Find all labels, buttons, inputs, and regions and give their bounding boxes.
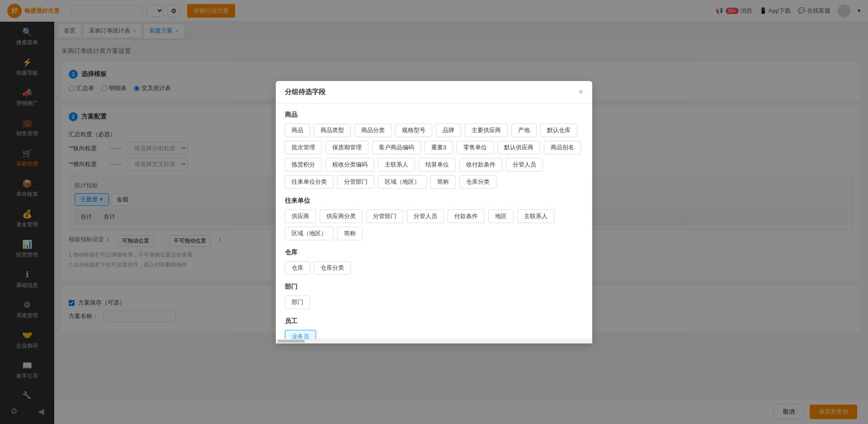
chip-product[interactable]: 商品: [285, 124, 310, 137]
chip-region[interactable]: 区域（地区）: [378, 175, 427, 189]
modal-title: 分组待选字段: [285, 88, 326, 96]
chip-product-category[interactable]: 商品分类: [354, 124, 392, 137]
chip-tax-code[interactable]: 税收分类编码: [326, 158, 374, 172]
chip-dept[interactable]: 分管部门: [366, 210, 403, 223]
chip-pick-points[interactable]: 拣货积分: [285, 158, 322, 172]
chip-product-alias[interactable]: 商品别名: [544, 141, 581, 154]
section-title-product: 商品: [285, 111, 583, 119]
chip-default-warehouse[interactable]: 默认仓库: [540, 124, 577, 137]
modal-section-staff: 员工 业务员: [285, 317, 583, 339]
chip-manage-dept[interactable]: 分管部门: [337, 175, 374, 189]
section-title-counterpart: 往来单位: [285, 197, 583, 205]
chip-warehouse-category[interactable]: 仓库分类: [459, 175, 496, 189]
modal-overlay: 分组待选字段 × 商品 商品 商品类型 商品分类 规格型号 品牌 主要供应商 产…: [0, 0, 868, 424]
chip-batch-mgmt[interactable]: 批次管理: [285, 141, 322, 154]
chip-brand[interactable]: 品牌: [436, 124, 461, 137]
modal-dialog: 分组待选字段 × 商品 商品 商品类型 商品分类 规格型号 品牌 主要供应商 产…: [276, 81, 592, 343]
chip-warehouse-type[interactable]: 仓库分类: [314, 261, 351, 275]
chip-supplier-category[interactable]: 供应商分类: [320, 210, 363, 223]
counterpart-chips: 供应商 供应商分类 分管部门 分管人员 付款条件 地区 主联系人 区域（地区） …: [285, 210, 583, 240]
modal-section-dept: 部门 部门: [285, 283, 583, 309]
chip-salesperson[interactable]: 业务员: [285, 330, 316, 339]
scrollbar-thumb: [278, 340, 305, 343]
chip-region2[interactable]: 区域（地区）: [285, 227, 334, 240]
product-chips: 商品 商品类型 商品分类 规格型号 品牌 主要供应商 产地 默认仓库 批次管理 …: [285, 124, 583, 189]
modal-section-counterpart: 往来单位 供应商 供应商分类 分管部门 分管人员 付款条件 地区 主联系人 区域…: [285, 197, 583, 240]
chip-retail-unit[interactable]: 零售单位: [457, 141, 494, 154]
chip-main-supplier[interactable]: 主要供应商: [465, 124, 508, 137]
modal-header: 分组待选字段 ×: [276, 81, 592, 104]
chip-payment-terms[interactable]: 收付款条件: [459, 158, 502, 172]
chip-person[interactable]: 分管人员: [407, 210, 444, 223]
section-title-warehouse: 仓库: [285, 248, 583, 257]
chip-customer-code[interactable]: 客户商品编码: [372, 141, 421, 154]
chip-weight3[interactable]: 重量3: [425, 141, 453, 154]
chip-supplier[interactable]: 供应商: [285, 210, 316, 223]
chip-district[interactable]: 地区: [488, 210, 514, 223]
chip-quality-mgmt[interactable]: 保质期管理: [326, 141, 368, 154]
modal-section-product: 商品 商品 商品类型 商品分类 规格型号 品牌 主要供应商 产地 默认仓库 批次…: [285, 111, 583, 189]
dept-chips: 部门: [285, 295, 583, 309]
modal-section-warehouse: 仓库 仓库 仓库分类: [285, 248, 583, 275]
warehouse-chips: 仓库 仓库分类: [285, 261, 583, 275]
chip-settlement-unit[interactable]: 结算单位: [419, 158, 456, 172]
modal-horizontal-scrollbar[interactable]: [276, 339, 592, 343]
chip-department[interactable]: 部门: [285, 295, 310, 309]
chip-main-contact2[interactable]: 主联系人: [517, 210, 554, 223]
chip-default-supplier[interactable]: 默认供应商: [497, 141, 540, 154]
chip-spec-model[interactable]: 规格型号: [395, 124, 432, 137]
chip-abbreviation[interactable]: 简称: [337, 227, 363, 240]
chip-product-type[interactable]: 商品类型: [314, 124, 351, 137]
chip-warehouse[interactable]: 仓库: [285, 261, 310, 275]
chip-supervisor[interactable]: 分管人员: [506, 158, 543, 172]
section-title-dept: 部门: [285, 283, 583, 291]
chip-short-name[interactable]: 简称: [430, 175, 456, 189]
chip-counterpart-category[interactable]: 往来单位分类: [285, 175, 334, 189]
chip-pay-terms[interactable]: 付款条件: [448, 210, 485, 223]
staff-chips: 业务员: [285, 330, 583, 339]
modal-body: 商品 商品 商品类型 商品分类 规格型号 品牌 主要供应商 产地 默认仓库 批次…: [276, 104, 592, 339]
section-title-staff: 员工: [285, 317, 583, 325]
chip-origin[interactable]: 产地: [511, 124, 537, 137]
modal-close-button[interactable]: ×: [578, 87, 583, 97]
chip-main-contact[interactable]: 主联系人: [378, 158, 415, 172]
